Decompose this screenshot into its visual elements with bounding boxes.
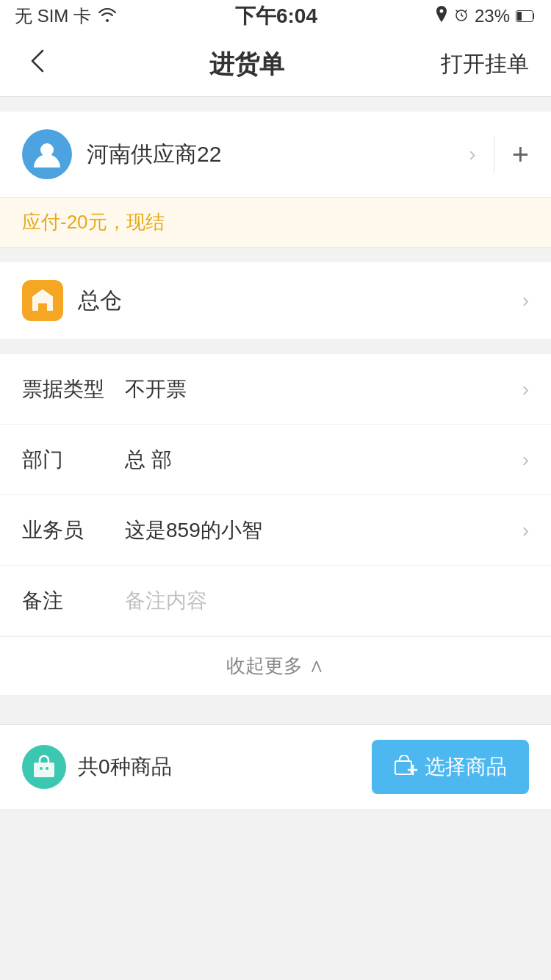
department-label: 部门: [22, 446, 118, 474]
bottom-area: [0, 809, 551, 980]
invoice-type-label: 票据类型: [22, 375, 118, 403]
salesperson-chevron-icon: ›: [522, 519, 529, 542]
battery-icon: [516, 6, 536, 26]
supplier-chevron-icon: ›: [469, 143, 475, 166]
collapse-label: 收起更多 ∧: [226, 653, 324, 679]
supplier-avatar: [22, 129, 72, 179]
warehouse-row[interactable]: 总仓 ›: [0, 262, 551, 339]
select-product-label: 选择商品: [425, 753, 507, 781]
invoice-type-row[interactable]: 票据类型 不开票 ›: [0, 354, 551, 425]
svg-rect-2: [517, 12, 522, 21]
remark-row[interactable]: 备注 备注内容: [0, 566, 551, 636]
vertical-divider: [494, 136, 494, 173]
notice-text: 应付-20元，现结: [22, 211, 165, 233]
department-row[interactable]: 部门 总 部 ›: [0, 425, 551, 495]
wifi-icon: [97, 6, 118, 26]
department-value: 总 部: [118, 446, 522, 474]
warehouse-chevron-icon: ›: [522, 289, 529, 312]
section-gap-4: [0, 695, 551, 710]
product-count-text: 共0种商品: [78, 753, 172, 781]
supplier-name: 河南供应商22: [87, 140, 469, 170]
status-bar: 无 SIM 卡 下午6:04 23%: [0, 0, 551, 32]
status-left: 无 SIM 卡: [15, 4, 118, 28]
bottom-bar: 共0种商品 选择商品: [0, 724, 551, 809]
form-section: 票据类型 不开票 › 部门 总 部 › 业务员 这是859的小智 › 备注 备注…: [0, 354, 551, 695]
open-pending-button[interactable]: 打开挂单: [441, 49, 529, 79]
alarm-icon: [454, 6, 469, 26]
supplier-section: 河南供应商22 › + 应付-20元，现结: [0, 112, 551, 248]
product-count-area: 共0种商品: [22, 745, 172, 789]
invoice-type-value: 不开票: [118, 375, 522, 403]
page-title: 进货单: [209, 48, 284, 82]
warehouse-name: 总仓: [78, 286, 522, 316]
sim-label: 无 SIM 卡: [15, 4, 91, 28]
status-right: 23%: [435, 6, 536, 26]
status-time: 下午6:04: [235, 2, 317, 30]
section-gap-2: [0, 248, 551, 262]
warehouse-section: 总仓 ›: [0, 262, 551, 339]
svg-rect-8: [395, 761, 411, 774]
select-product-icon: [394, 755, 417, 779]
product-icon: [22, 745, 66, 789]
svg-rect-5: [34, 763, 54, 777]
notice-bar: 应付-20元，现结: [0, 198, 551, 248]
remark-label: 备注: [22, 587, 118, 615]
salesperson-value: 这是859的小智: [118, 516, 522, 544]
collapse-row[interactable]: 收起更多 ∧: [0, 636, 551, 695]
svg-rect-4: [38, 303, 47, 311]
remark-input[interactable]: 备注内容: [118, 587, 529, 615]
salesperson-label: 业务员: [22, 516, 118, 544]
department-chevron-icon: ›: [522, 448, 529, 472]
back-button[interactable]: [22, 40, 53, 88]
salesperson-row[interactable]: 业务员 这是859的小智 ›: [0, 495, 551, 566]
section-gap-3: [0, 339, 551, 354]
svg-point-6: [40, 767, 43, 770]
select-product-button[interactable]: 选择商品: [372, 740, 529, 794]
battery-percent: 23%: [475, 6, 510, 26]
supplier-row[interactable]: 河南供应商22 › +: [0, 112, 551, 198]
warehouse-icon: [22, 280, 63, 321]
svg-point-7: [46, 767, 48, 770]
invoice-type-chevron-icon: ›: [522, 378, 529, 401]
section-gap-1: [0, 97, 551, 112]
add-supplier-button[interactable]: +: [512, 140, 529, 169]
nav-bar: 进货单 打开挂单: [0, 32, 551, 97]
location-icon: [435, 6, 448, 26]
